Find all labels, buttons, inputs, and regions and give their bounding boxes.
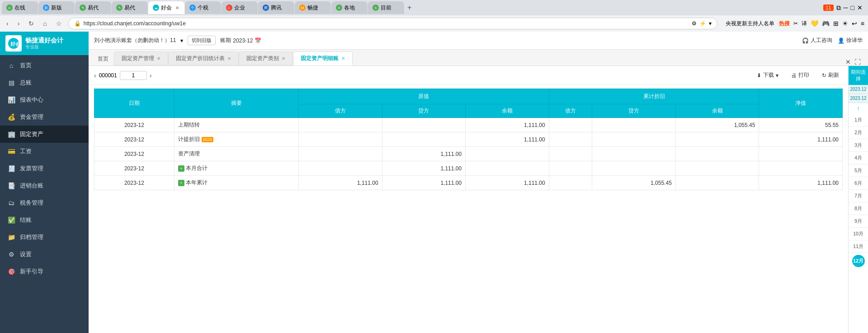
tab-favicon: ✎	[80, 5, 86, 11]
sidebar-item-zongzhang[interactable]: ▤ 总账	[0, 74, 89, 91]
home-button[interactable]: ⌂	[40, 19, 49, 28]
tab-label: 企业	[234, 4, 245, 12]
tab-favicon: 腾	[263, 5, 269, 11]
site-info-icon[interactable]: ⚙	[692, 20, 697, 27]
table-cell	[675, 176, 759, 190]
period-scroll-up[interactable]: ↑	[849, 103, 868, 114]
grid-icon[interactable]: ⊞	[833, 20, 839, 27]
history-icon[interactable]: ↩	[852, 20, 857, 27]
scissors-icon[interactable]: ✂	[793, 20, 798, 27]
table-cell: 55.55	[759, 118, 843, 132]
hot-search-label[interactable]: 热搜	[779, 20, 790, 28]
sidebar-item-zijinguanli[interactable]: 💰 资金管理	[0, 108, 89, 126]
dropdown-arrow-icon[interactable]: ▾	[180, 38, 183, 44]
bookmark-button[interactable]: ☆	[53, 19, 65, 28]
game-icon[interactable]: 🎮	[822, 20, 830, 27]
period-month-item[interactable]: 10月	[849, 228, 868, 240]
tab-close-icon[interactable]: ✕	[175, 5, 179, 10]
collapse-icon[interactable]: ✕	[845, 58, 851, 66]
help-button[interactable]: 🎧 人工咨询	[802, 37, 832, 44]
minimize-icon[interactable]: ─	[844, 4, 848, 11]
forward-button[interactable]: ›	[15, 19, 23, 28]
period-month-item[interactable]: 12月	[852, 255, 865, 267]
dropdown-icon[interactable]: ▾	[709, 20, 712, 27]
period-month-item[interactable]: 5月	[849, 164, 868, 177]
browser-tab-gedi[interactable]: ≡ 各地	[331, 1, 368, 14]
browser-tab-yidai1[interactable]: ✎ 易代	[75, 1, 111, 14]
back-button[interactable]: ‹	[4, 19, 11, 28]
reload-button[interactable]: ↻	[26, 19, 37, 28]
tab-close-asset-mgmt-icon[interactable]: ✕	[157, 56, 160, 61]
user-name: 徐译华	[846, 37, 863, 44]
address-bar[interactable]: 🔒 https://cloud.chanjet.com/accounting/u…	[68, 18, 717, 29]
sidebar-item-jiezhang[interactable]: ✅ 结账	[0, 211, 89, 229]
browser-tab-zaixin[interactable]: e 在线	[2, 1, 38, 14]
refresh-button[interactable]: ↻ 刷新	[818, 70, 843, 81]
print-button[interactable]: 🖨 打印	[788, 70, 813, 81]
restore-window-icon[interactable]: ⧉	[836, 4, 841, 12]
brand-name: 畅捷通好会计	[25, 37, 63, 44]
download-dropdown-icon: ▾	[776, 72, 778, 79]
switch-version-button[interactable]: 切到旧版	[188, 36, 216, 45]
sidebar-item-jinxiaotaizhang[interactable]: 📑 进销台账	[0, 177, 89, 194]
sidebar-item-shuiwuguanli[interactable]: 🗂 税务管理	[0, 194, 89, 211]
sidebar-label-xinshouyindao: 新手引导	[20, 267, 43, 276]
download-button[interactable]: ⬇ 下载 ▾	[753, 70, 782, 81]
prev-page-button[interactable]: ‹	[94, 72, 96, 79]
sidebar-item-fapiaoglunli[interactable]: 🧾 发票管理	[0, 160, 89, 177]
table-cell	[592, 118, 676, 132]
browser-tab-yidai2[interactable]: ✎ 易代	[112, 1, 148, 14]
ssl-icon: 🔒	[74, 20, 81, 27]
tab-asset-detail[interactable]: 固定资产明细账 ✕	[293, 52, 353, 66]
period-month-item[interactable]: 11月	[849, 240, 868, 253]
period-month-item[interactable]: 9月	[849, 215, 868, 228]
brand-text-area: 畅捷通好会计 专业版	[25, 37, 63, 51]
tab-home[interactable]: 首页	[92, 52, 114, 66]
search-area: 央视更新主持人名单 热搜	[726, 20, 790, 28]
period-month-item[interactable]: 2月	[849, 127, 868, 139]
close-window-icon[interactable]: ✕	[857, 4, 863, 11]
expand-icon[interactable]: ⛶	[854, 58, 861, 66]
sidebar-item-gongzi[interactable]: 💳 工资	[0, 143, 89, 160]
home-icon: ⌂	[7, 61, 15, 70]
period-month-item[interactable]: 3月	[849, 139, 868, 152]
page-input[interactable]	[120, 71, 147, 80]
new-tab-button[interactable]: +	[405, 4, 414, 12]
content-area: ‹ 000001 › ⬇ 下载 ▾ 🖨 打印	[89, 66, 868, 333]
next-page-button[interactable]: ›	[150, 72, 152, 79]
browser-tab-haohui[interactable]: ☁ 好会 ✕	[148, 1, 184, 14]
brightness-icon[interactable]: ☀	[842, 20, 848, 27]
tab-asset-mgmt[interactable]: 固定资产管理 ✕	[114, 52, 168, 66]
period-selected-date1: 2023.12	[849, 85, 868, 94]
browser-tab-changjie[interactable]: M 畅捷	[295, 1, 331, 14]
sidebar-item-baobiaozhongxin[interactable]: 📊 报表中心	[0, 91, 89, 108]
translate-icon[interactable]: 译	[802, 20, 807, 28]
browser-tab-tengxun[interactable]: 腾 腾讯	[258, 1, 294, 14]
sidebar-item-home[interactable]: ⌂ 首页	[0, 57, 89, 74]
browser-tab-geishui[interactable]: 个 个税	[185, 1, 221, 14]
tab-asset-category[interactable]: 固定资产类别 ✕	[239, 52, 293, 66]
tab-label: 各地	[344, 4, 355, 12]
sidebar-item-shezhi[interactable]: ⚙ 设置	[0, 246, 89, 263]
wallet-icon[interactable]: 💛	[811, 20, 818, 27]
period-month-item[interactable]: 4月	[849, 152, 868, 164]
sidebar-item-gudingzichan[interactable]: 🏢 固定资产	[0, 126, 89, 143]
browser-tab-muqian[interactable]: S 目前	[368, 1, 404, 14]
period-month-item[interactable]: 6月	[849, 177, 868, 190]
tab-close-depreciation-stats-icon[interactable]: ✕	[227, 56, 231, 61]
sidebar-item-xinshouyindao[interactable]: 🎯 新手引导	[0, 263, 89, 280]
tab-close-asset-category-icon[interactable]: ✕	[282, 56, 285, 61]
table-cell: 1,055.45	[675, 118, 759, 132]
period-month-item[interactable]: 7月	[849, 190, 868, 202]
browser-tab-xinban[interactable]: 新 新版	[38, 1, 75, 14]
browser-tab-qiye[interactable]: C 企业	[222, 1, 258, 14]
user-info[interactable]: 👤 徐译华	[838, 37, 863, 44]
more-icon[interactable]: ≡	[861, 20, 864, 27]
period-month-item[interactable]: 1月	[849, 114, 868, 127]
calendar-icon[interactable]: 📅	[255, 38, 261, 44]
maximize-icon[interactable]: □	[851, 4, 854, 11]
tab-depreciation-stats[interactable]: 固定资产折旧统计表 ✕	[168, 52, 239, 66]
tab-close-asset-detail-icon[interactable]: ✕	[341, 56, 345, 61]
sidebar-item-guidangguanli[interactable]: 📁 归档管理	[0, 229, 89, 246]
period-month-item[interactable]: 8月	[849, 202, 868, 215]
